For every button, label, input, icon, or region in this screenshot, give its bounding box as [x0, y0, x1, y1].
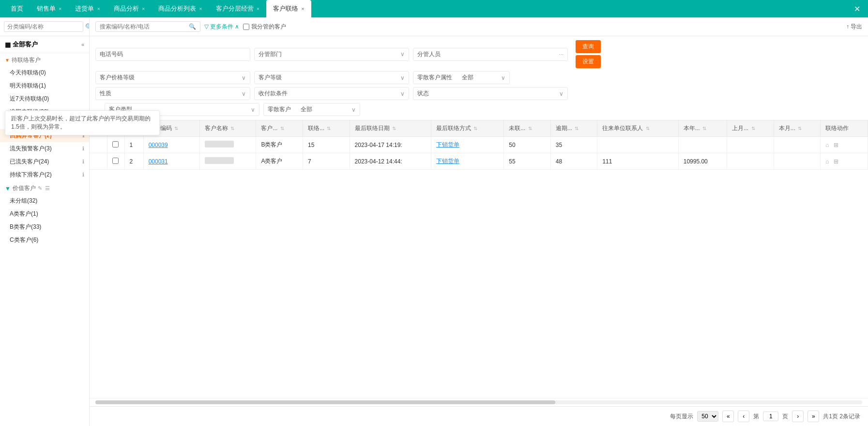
- row1-last-date: 2023-04-17 14:19:: [350, 137, 431, 153]
- status-dropdown-icon: ∨: [559, 90, 563, 97]
- retail-attr-field[interactable]: 零散客户属性 全部 ∨: [413, 71, 510, 84]
- pagination-bar: 每页显示 50 « ‹ 第 页 › » 共1页 2条记录: [90, 406, 868, 426]
- edit-group-icon[interactable]: ✎: [38, 185, 42, 191]
- next-page-button[interactable]: ›: [792, 411, 804, 422]
- person-more-icon[interactable]: ···: [559, 51, 563, 57]
- row1-unit-contact: [597, 137, 678, 153]
- row1-action-icon1[interactable]: ⌂: [825, 142, 829, 148]
- close-purchase-icon[interactable]: ×: [97, 0, 100, 17]
- close-salesorder-icon[interactable]: ×: [59, 0, 61, 17]
- per-page-select[interactable]: 50: [697, 411, 718, 422]
- filter-my-customers[interactable]: 我分管的客户: [243, 23, 286, 31]
- close-analysis-icon[interactable]: ×: [142, 0, 145, 17]
- person-field[interactable]: 分管人员 ···: [413, 48, 568, 61]
- close-customer-tier-icon[interactable]: ×: [257, 0, 259, 17]
- filter-search-input[interactable]: [100, 23, 187, 30]
- nav-tab-customer-contact[interactable]: 客户联络 ×: [266, 0, 311, 17]
- row1-action[interactable]: ⌂ ⊞: [821, 137, 868, 153]
- status-field[interactable]: 状态 ∨: [413, 87, 568, 100]
- sidebar-item-c-class[interactable]: C类客户(6): [0, 234, 89, 247]
- sort-name-icon: ⇅: [230, 126, 234, 131]
- settings-button[interactable]: 设置: [576, 55, 601, 68]
- sort-method-icon: ⇅: [473, 126, 477, 131]
- th-contact[interactable]: 联络... ⇅: [303, 120, 350, 137]
- nav-tab-analysis-list[interactable]: 商品分析列表 ×: [152, 0, 209, 17]
- nav-tab-salesorder[interactable]: 销售单 ×: [30, 0, 68, 17]
- filter-search-icon[interactable]: 🔍: [189, 23, 196, 30]
- sidebar-item-tomorrow[interactable]: 明天待联络(1): [0, 79, 89, 92]
- first-page-button[interactable]: «: [722, 411, 734, 422]
- row1-action-icon2[interactable]: ⊞: [834, 142, 838, 148]
- sidebar-item-a-class[interactable]: A类客户(1): [0, 207, 89, 220]
- customer-level-field[interactable]: 客户等级 ∨: [254, 71, 409, 84]
- sidebar-item-lost-warning[interactable]: 流失预警客户(3) ℹ: [0, 142, 89, 155]
- export-button[interactable]: ↑ 导出: [846, 23, 862, 31]
- th-last-contact-method[interactable]: 最后联络方式 ⇅: [431, 120, 503, 137]
- page-input[interactable]: [763, 411, 778, 421]
- prev-page-button[interactable]: ‹: [738, 411, 749, 422]
- sort-category-icon: ⇅: [280, 126, 284, 131]
- nav-tab-analysis[interactable]: 商品分析 ×: [107, 0, 152, 17]
- sidebar-item-today[interactable]: 今天待联络(0): [0, 66, 89, 79]
- window-close-button[interactable]: ✕: [850, 4, 864, 14]
- customer-table: ⚙ 客户编码 ⇅ 客户名称 ⇅: [90, 120, 868, 170]
- row1-select-checkbox[interactable]: [112, 141, 119, 147]
- pay-terms-field[interactable]: 收付款条件 ∨: [254, 87, 409, 100]
- sidebar-item-lost[interactable]: 已流失客户(24) ℹ: [0, 155, 89, 168]
- nav-tab-purchase[interactable]: 进货单 ×: [68, 0, 107, 17]
- th-this-year[interactable]: 本年... ⇅: [678, 120, 727, 137]
- horizontal-scrollbar-track[interactable]: [95, 400, 862, 404]
- sidebar-item-b-class[interactable]: B类客户(33): [0, 220, 89, 234]
- sidebar-item-7days[interactable]: 近7天待联络(0): [0, 92, 89, 105]
- th-unit-contact[interactable]: 往来单位联系人 ⇅: [597, 120, 678, 137]
- query-button[interactable]: 查询: [576, 40, 601, 53]
- row1-overdue: 35: [550, 137, 597, 153]
- close-customer-contact-icon[interactable]: ×: [301, 0, 304, 17]
- phone-field[interactable]: 电话号码: [95, 48, 250, 61]
- sort-this-year-icon: ⇅: [702, 126, 706, 131]
- th-last-month[interactable]: 上月... ⇅: [727, 120, 774, 137]
- info-icon-lost-warning: ℹ: [82, 146, 84, 152]
- sidebar-collapse-icon[interactable]: «: [81, 42, 84, 47]
- row2-action-icon2[interactable]: ⊞: [834, 158, 838, 165]
- row2-last-method[interactable]: 下销货单: [431, 153, 503, 170]
- dept-field[interactable]: 分管部门 ∨: [254, 48, 409, 61]
- sidebar-all-customers[interactable]: ▦ 全部客户 «: [0, 36, 89, 53]
- filter-more-conditions[interactable]: ▽ 更多条件 ∧: [204, 23, 239, 31]
- gender-field[interactable]: 性质 ∨: [95, 87, 250, 100]
- row2-select-checkbox[interactable]: [112, 158, 119, 164]
- th-overdue[interactable]: 逾期... ⇅: [550, 120, 597, 137]
- section-pending-contact: ▼ 待联络客户: [0, 53, 89, 66]
- sort-last-date-icon: ⇅: [392, 126, 396, 131]
- sidebar-item-ungroup[interactable]: 未分组(32): [0, 194, 89, 207]
- last-page-button[interactable]: »: [807, 411, 819, 422]
- sidebar-item-declining[interactable]: 持续下滑客户(2) ℹ: [0, 168, 89, 181]
- row2-action[interactable]: ⌂ ⊞: [821, 153, 868, 170]
- add-group-icon[interactable]: ☰: [45, 185, 50, 191]
- close-analysis-list-icon[interactable]: ×: [199, 0, 202, 17]
- th-pending[interactable]: 未联... ⇅: [504, 120, 551, 137]
- customer-level-dropdown-icon: ∨: [400, 74, 405, 81]
- price-level-field[interactable]: 客户价格等级 ∨: [95, 71, 250, 84]
- row2-code[interactable]: 000031: [143, 153, 199, 170]
- sidebar-search-icon[interactable]: 🔍: [85, 23, 90, 30]
- horizontal-scrollbar-thumb[interactable]: [95, 400, 555, 404]
- sidebar-search-input[interactable]: [4, 21, 83, 32]
- chevron-down-icon: ∧: [235, 23, 239, 30]
- nav-home[interactable]: 首页: [4, 0, 30, 17]
- retail-attr-dropdown-icon: ∨: [501, 74, 505, 81]
- retail-customer-field[interactable]: 零散客户 全部 ∨: [263, 103, 360, 116]
- row1-checkbox[interactable]: [107, 137, 124, 153]
- th-this-month[interactable]: 本月... ⇅: [774, 120, 821, 137]
- row1-last-method[interactable]: 下销货单: [431, 137, 503, 153]
- nav-tab-customer-tier[interactable]: 客户分层经营 ×: [209, 0, 266, 17]
- th-category[interactable]: 客户... ⇅: [256, 120, 303, 137]
- row1-name-blur: [205, 141, 234, 147]
- th-last-contact-date[interactable]: 最后联络日期 ⇅: [350, 120, 431, 137]
- row2-checkbox[interactable]: [107, 153, 124, 170]
- row2-action-icon1[interactable]: ⌂: [825, 158, 829, 165]
- th-name[interactable]: 客户名称 ⇅: [200, 120, 256, 137]
- my-customers-checkbox[interactable]: [243, 24, 249, 30]
- info-icon-declining: ℹ: [82, 172, 84, 178]
- row1-code[interactable]: 000039: [143, 137, 199, 153]
